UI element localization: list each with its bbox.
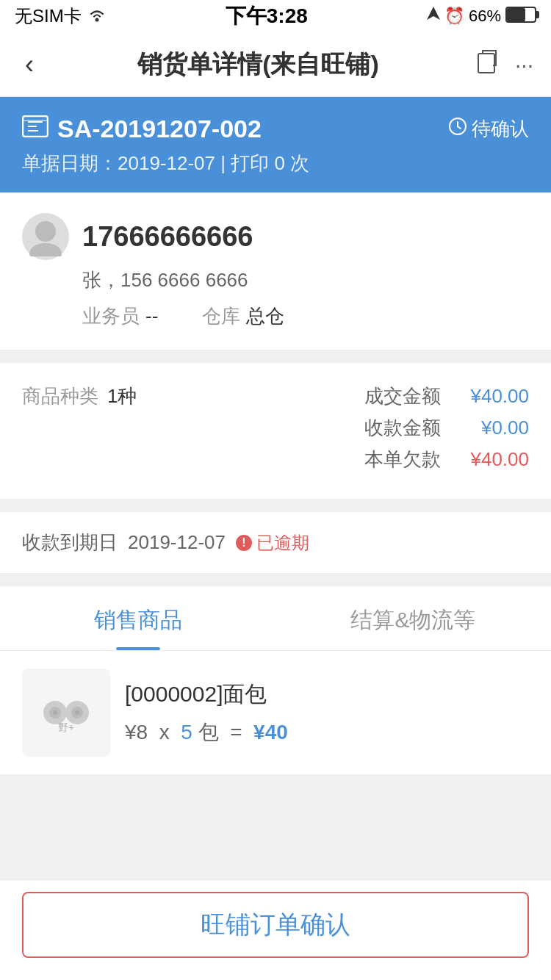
status-bar: 无SIM卡 下午3:28 ⏰ 66% [0,0,551,32]
summary-left: 商品种类 1种 [22,383,137,409]
tab-products[interactable]: 销售商品 [0,586,276,650]
nav-actions: ··· [475,49,533,79]
battery-label: 66% [469,7,501,26]
wifi-icon [87,6,107,26]
due-section: 收款到期日 2019-12-07 ! 已逾期 [0,512,551,573]
order-number: SA-20191207-002 [22,115,262,143]
item-type-label: 商品种类 [22,383,98,409]
nav-bar: ‹ 销货单详情(来自旺铺) ··· [0,32,551,97]
svg-text:野+: 野+ [58,721,74,733]
overdue-badge: ! 已逾期 [236,531,309,555]
sales-label: 业务员 [82,303,140,329]
order-header: SA-20191207-002 待确认 单据日期：2019-12-07 | 打印… [0,97,551,192]
svg-point-10 [29,243,62,256]
status-text: 待确认 [472,116,529,142]
confirm-button[interactable]: 旺铺订单确认 [22,892,529,958]
overdue-label: 已逾期 [256,531,309,555]
product-name: [0000002]面包 [125,680,529,710]
warehouse-label: 仓库 [202,303,240,329]
order-icon [22,115,48,143]
amount-value-0: ¥40.00 [455,385,529,408]
amount-value-1: ¥0.00 [455,417,529,439]
battery-icon [505,7,536,26]
sales-value: -- [145,305,158,328]
tab-settlement[interactable]: 结算&物流等 [276,586,551,650]
avatar [22,213,69,260]
back-button[interactable]: ‹ [18,42,41,87]
amount-value-2: ¥40.00 [455,448,529,471]
clock-icon [448,117,467,141]
gps-icon [427,7,440,26]
svg-point-0 [95,18,98,22]
summary-section: 商品种类 1种 成交金额 ¥40.00 收款金额 ¥0.00 本单欠款 ¥40.… [0,363,551,499]
customer-row: 17666666666 [22,213,529,260]
order-number-text: SA-20191207-002 [57,115,262,143]
page-title: 销货单详情(来自旺铺) [41,48,475,82]
summary-right: 成交金额 ¥40.00 收款金额 ¥0.00 本单欠款 ¥40.00 [364,383,529,478]
order-number-row: SA-20191207-002 待确认 [22,115,529,143]
amount-label-0: 成交金额 [364,383,441,409]
amount-row-2: 本单欠款 ¥40.00 [364,447,529,472]
carrier-label: 无SIM卡 [15,4,82,28]
item-type-value: 1种 [107,383,137,409]
customer-name: 张，156 6666 6666 [82,267,529,293]
svg-point-9 [35,221,56,242]
product-item: 野+ [0000002]面包 ¥8 x 5 包 = ¥40 [22,669,529,757]
status-left: 无SIM卡 [15,4,107,28]
due-date: 2019-12-07 [128,531,226,554]
product-info: [0000002]面包 ¥8 x 5 包 = ¥40 [125,680,529,746]
order-status: 待确认 [448,116,529,142]
product-price: ¥8 x 5 包 = ¥40 [125,718,529,746]
alarm-icon: ⏰ [444,7,464,26]
product-qty: 5 [181,721,192,743]
svg-point-15 [53,710,57,715]
due-label: 收款到期日 [22,530,118,555]
warehouse-value: 总仓 [246,303,284,329]
status-time: 下午3:28 [226,2,308,30]
customer-meta: 业务员 -- 仓库 总仓 [82,303,529,329]
tabs-header: 销售商品 结算&物流等 [0,586,551,651]
product-thumbnail: 野+ [22,669,110,757]
share-button[interactable] [475,49,500,79]
amount-label-2: 本单欠款 [364,447,441,472]
svg-rect-1 [478,54,494,73]
item-type-row: 商品种类 1种 [22,383,137,409]
amount-label-1: 收款金额 [364,415,441,441]
svg-line-8 [458,126,461,129]
order-date-row: 单据日期：2019-12-07 | 打印 0 次 [22,151,529,176]
summary-grid: 商品种类 1种 成交金额 ¥40.00 收款金额 ¥0.00 本单欠款 ¥40.… [22,383,529,478]
amount-row-1: 收款金额 ¥0.00 [364,415,529,441]
more-button[interactable]: ··· [515,52,533,77]
product-section: 野+ [0000002]面包 ¥8 x 5 包 = ¥40 [0,651,551,774]
amount-row-0: 成交金额 ¥40.00 [364,383,529,409]
customer-phone: 17666666666 [82,221,253,253]
customer-section: 17666666666 张，156 6666 6666 业务员 -- 仓库 总仓 [0,192,551,350]
svg-point-16 [75,710,79,715]
status-right: ⏰ 66% [427,7,536,26]
bottom-bar: 旺铺订单确认 [0,879,551,980]
overdue-icon: ! [236,535,252,551]
product-total: ¥40 [253,721,288,743]
tabs-section: 销售商品 结算&物流等 [0,586,551,651]
